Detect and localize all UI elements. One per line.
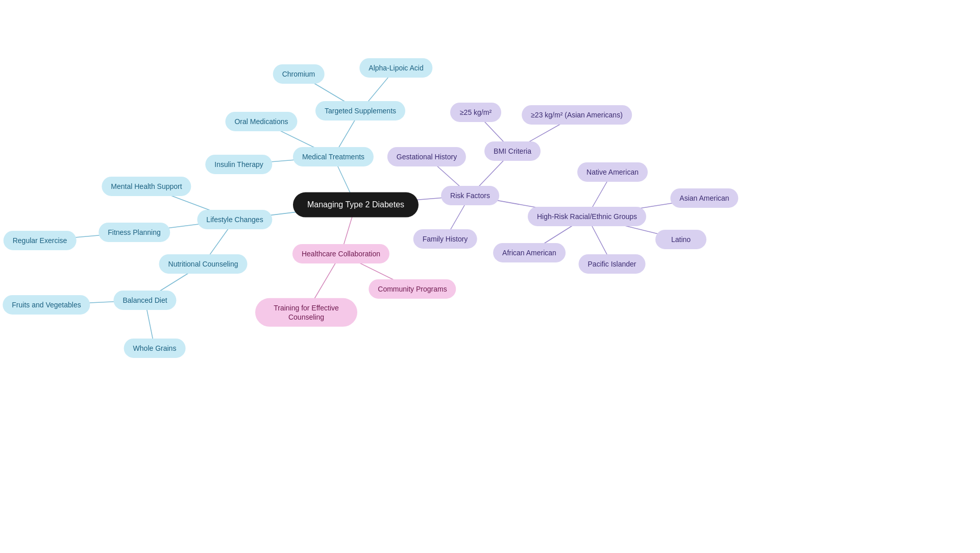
node-gestational-history[interactable]: Gestational History	[387, 147, 466, 166]
node-medical-treatments[interactable]: Medical Treatments	[293, 147, 374, 166]
node-bmi-criteria[interactable]: BMI Criteria	[484, 141, 541, 161]
node-bmi-23[interactable]: ≥23 kg/m² (Asian Americans)	[522, 105, 632, 125]
node-regular-exercise[interactable]: Regular Exercise	[4, 231, 77, 250]
node-lifestyle-changes[interactable]: Lifestyle Changes	[197, 210, 272, 229]
node-fruits-vegetables[interactable]: Fruits and Vegetables	[3, 295, 90, 315]
node-targeted-supplements[interactable]: Targeted Supplements	[315, 101, 405, 121]
node-risk-factors[interactable]: Risk Factors	[441, 186, 499, 205]
node-chromium[interactable]: Chromium	[273, 64, 325, 84]
node-latino[interactable]: Latino	[655, 230, 706, 249]
node-pacific-islander[interactable]: Pacific Islander	[579, 254, 646, 274]
node-high-risk-groups[interactable]: High-Risk Racial/Ethnic Groups	[528, 207, 646, 226]
node-oral-medications[interactable]: Oral Medications	[225, 112, 297, 131]
node-family-history[interactable]: Family History	[413, 229, 477, 249]
node-whole-grains[interactable]: Whole Grains	[124, 339, 186, 358]
node-center[interactable]: Managing Type 2 Diabetes	[293, 193, 419, 218]
node-asian-american[interactable]: Asian American	[670, 188, 738, 208]
mind-map-container: Managing Type 2 DiabetesLifestyle Change…	[0, 0, 980, 553]
node-nutritional-counseling[interactable]: Nutritional Counseling	[159, 254, 248, 274]
node-healthcare-collaboration[interactable]: Healthcare Collaboration	[292, 244, 389, 263]
node-balanced-diet[interactable]: Balanced Diet	[113, 291, 176, 310]
node-training-counseling[interactable]: Training for EffectiveCounseling	[255, 298, 357, 327]
node-mental-health-support[interactable]: Mental Health Support	[102, 177, 191, 196]
connections-svg	[0, 0, 980, 553]
node-alpha-lipoic-acid[interactable]: Alpha-Lipoic Acid	[359, 58, 432, 78]
node-bmi-25[interactable]: ≥25 kg/m²	[450, 103, 501, 122]
node-community-programs[interactable]: Community Programs	[369, 279, 456, 299]
node-fitness-planning[interactable]: Fitness Planning	[99, 223, 170, 242]
node-insulin-therapy[interactable]: Insulin Therapy	[205, 155, 272, 174]
node-african-american[interactable]: African American	[493, 243, 566, 262]
node-native-american[interactable]: Native American	[577, 162, 648, 182]
